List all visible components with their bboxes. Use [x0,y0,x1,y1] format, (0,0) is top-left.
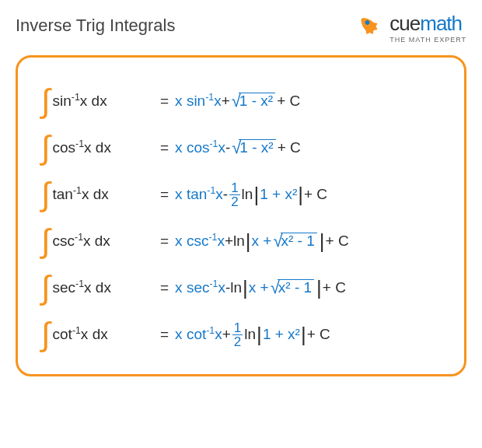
equation-arcsec: ∫ sec-1x dx = x sec-1x - ln |x + √x² - 1… [41,269,441,306]
logo: cuemath THE MATH EXPERT [359,12,466,44]
brand-block: cuemath THE MATH EXPERT [389,12,466,44]
equation-arccos: ∫ cos-1x dx = x cos-1x - √1 - x² + C [41,129,441,166]
equation-arctan: ∫ tan-1x dx = x tan-1x - 12 ln |1 + x²| … [41,176,441,213]
equation-arccsc: ∫ csc-1x dx = x csc-1x + ln |x + √x² - 1… [41,222,441,260]
integral-icon: ∫ [41,228,51,254]
integral-icon: ∫ [41,181,51,208]
brand-cue: cue [389,12,420,35]
integral-icon: ∫ [41,275,51,301]
brand-tagline: THE MATH EXPERT [389,36,466,44]
rocket-icon [352,7,393,48]
equation-arccot: ∫ cot-1x dx = x cot-1x + 12 ln |1 + x²| … [41,316,441,353]
integral-icon: ∫ [41,88,51,114]
brand-math: math [420,12,462,35]
brand-name: cuemath [389,12,462,36]
equation-arcsin: ∫ sin-1x dx = x sin-1x + √1 - x² + C [41,82,441,120]
header: Inverse Trig Integrals cuemath THE MATH … [16,12,466,44]
page-title: Inverse Trig Integrals [16,16,175,36]
integral-icon: ∫ [41,321,51,348]
formula-box: ∫ sin-1x dx = x sin-1x + √1 - x² + C ∫ c… [16,55,466,376]
integral-icon: ∫ [41,135,51,161]
